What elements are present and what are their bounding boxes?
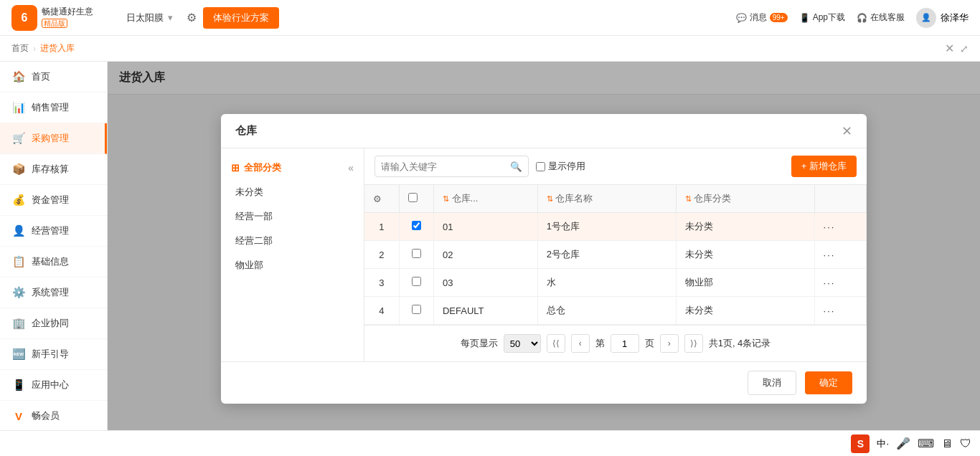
bottom-logo: S — [851, 434, 870, 453]
store-arrow-icon: ▾ — [168, 12, 173, 23]
sub-header: 首页 › 进货入库 ✕ ⤢ — [0, 36, 980, 62]
table-panel: 🔍 显示停用 + 新增仓库 — [364, 148, 867, 361]
grid-icon: ⊞ — [231, 162, 240, 174]
col-category: ⇅ 仓库分类 — [676, 185, 814, 213]
row-actions[interactable]: ··· — [814, 297, 866, 325]
app-download-button[interactable]: 📱 App下载 — [799, 11, 845, 24]
page-number-input[interactable] — [611, 334, 639, 353]
category-item-property[interactable]: 物业部 — [221, 253, 364, 277]
row-checkbox-cell — [399, 269, 433, 297]
col-code: ⇅ 仓库... — [433, 185, 537, 213]
user-menu[interactable]: 👤 徐泽华 — [916, 8, 969, 28]
settings-button[interactable]: ⚙ — [180, 6, 203, 29]
last-page-button[interactable]: ⟩⟩ — [684, 334, 703, 353]
logo-icon: 6 — [11, 5, 37, 31]
row-category: 未分类 — [676, 213, 814, 241]
sidebar-item-purchase[interactable]: 🛒 采购管理 — [0, 123, 107, 154]
sidebar-item-finance[interactable]: 💰 资金管理 — [0, 185, 107, 216]
col-action — [814, 185, 866, 213]
dialog-footer: 取消 确定 — [221, 361, 867, 404]
bottom-bar: S 中· 🎤 ⌨ 🖥 🛡 — [0, 430, 980, 456]
per-page-select[interactable]: 50 20 100 — [504, 334, 541, 353]
sales-icon: 📊 — [11, 101, 26, 114]
keyboard-icon[interactable]: ⌨ — [918, 437, 934, 450]
row-actions[interactable]: ··· — [814, 241, 866, 269]
home-icon: 🏠 — [11, 70, 26, 83]
show-disabled-label: 显示停用 — [536, 160, 585, 173]
vip-icon: V — [11, 410, 26, 422]
sidebar-item-vip[interactable]: V 畅会员 — [0, 401, 107, 432]
row-code: 03 — [433, 269, 537, 297]
table-row[interactable]: 3 03 水 物业部 ··· — [364, 269, 867, 297]
sidebar-item-operations[interactable]: 👤 经营管理 — [0, 216, 107, 247]
modal-overlay: 仓库 ✕ ⊞ 全部分类 « 未分类 — [108, 62, 980, 456]
sidebar-item-enterprise[interactable]: 🏢 企业协同 — [0, 308, 107, 339]
purchase-icon: 🛒 — [11, 132, 26, 145]
collapse-panel-button[interactable]: « — [348, 162, 354, 174]
select-all-checkbox[interactable] — [408, 193, 418, 202]
search-input[interactable] — [375, 161, 504, 172]
sidebar-item-apps[interactable]: 📱 应用中心 — [0, 370, 107, 401]
row-checkbox-cell — [399, 213, 433, 241]
row-checkbox[interactable] — [412, 221, 421, 230]
first-page-button[interactable]: ⟨⟨ — [547, 334, 565, 353]
expand-button[interactable]: ⤢ — [960, 43, 969, 54]
row-code: 02 — [433, 241, 537, 269]
row-checkbox[interactable] — [412, 305, 421, 314]
sidebar-item-inventory[interactable]: 📦 库存核算 — [0, 154, 107, 185]
table-row[interactable]: 1 01 1号仓库 未分类 ··· — [364, 213, 867, 241]
sidebar-item-base-info[interactable]: 📋 基础信息 — [0, 247, 107, 277]
phone-icon: 📱 — [799, 13, 810, 23]
store-selector[interactable]: 日太阳膜 ▾ — [119, 9, 180, 27]
warehouse-dialog: 仓库 ✕ ⊞ 全部分类 « 未分类 — [221, 114, 867, 404]
dialog-close-button[interactable]: ✕ — [842, 125, 852, 138]
operations-icon: 👤 — [11, 224, 26, 237]
logo-text: 畅捷通好生意 精品版 — [42, 6, 93, 29]
base-info-icon: 📋 — [11, 255, 26, 268]
shield-icon[interactable]: 🛡 — [960, 437, 971, 450]
prev-page-button[interactable]: ‹ — [571, 334, 590, 353]
row-num: 1 — [364, 213, 399, 241]
table-row[interactable]: 2 02 2号仓库 未分类 ··· — [364, 241, 867, 269]
breadcrumb-home[interactable]: 首页 — [11, 42, 29, 54]
row-checkbox[interactable] — [412, 277, 421, 286]
row-category: 未分类 — [676, 297, 814, 325]
next-page-button[interactable]: › — [660, 334, 679, 353]
enterprise-icon: 🏢 — [11, 317, 26, 330]
online-service-button[interactable]: 🎧 在线客服 — [857, 11, 905, 24]
sidebar-item-sales[interactable]: 📊 销售管理 — [0, 92, 107, 123]
row-code: DEFAULT — [433, 297, 537, 325]
main-content: 进货入库 仓库 ✕ ⊞ 全部分类 — [108, 62, 980, 456]
category-item-unclassified[interactable]: 未分类 — [221, 180, 364, 204]
tab-close-button[interactable]: ✕ — [945, 42, 954, 55]
table-toolbar: 🔍 显示停用 + 新增仓库 — [364, 148, 867, 185]
guide-icon: 🆕 — [11, 348, 26, 361]
search-button[interactable]: 🔍 — [504, 161, 528, 172]
row-num: 4 — [364, 297, 399, 325]
category-item-ops1[interactable]: 经营一部 — [221, 204, 364, 229]
row-checkbox[interactable] — [412, 249, 421, 258]
sidebar-item-guide[interactable]: 🆕 新手引导 — [0, 339, 107, 370]
sidebar-item-home[interactable]: 🏠 首页 — [0, 62, 107, 92]
confirm-button[interactable]: 确定 — [805, 371, 852, 394]
gear-col-icon[interactable]: ⚙ — [373, 194, 382, 204]
trial-button[interactable]: 体验行业方案 — [203, 7, 279, 29]
row-code: 01 — [433, 213, 537, 241]
category-item-ops2[interactable]: 经营二部 — [221, 229, 364, 253]
monitor-icon[interactable]: 🖥 — [941, 437, 953, 450]
row-name: 总仓 — [537, 297, 676, 325]
input-method-text: 中· — [877, 437, 889, 450]
category-header: ⊞ 全部分类 « — [221, 156, 364, 180]
messages-button[interactable]: 💬 消息 99+ — [736, 11, 788, 24]
row-actions[interactable]: ··· — [814, 213, 866, 241]
table-row[interactable]: 4 DEFAULT 总仓 未分类 ··· — [364, 297, 867, 325]
show-disabled-checkbox[interactable] — [536, 162, 545, 171]
sidebar-item-system[interactable]: ⚙️ 系统管理 — [0, 277, 107, 308]
row-actions[interactable]: ··· — [814, 269, 866, 297]
add-warehouse-button[interactable]: + 新增仓库 — [791, 156, 857, 177]
all-categories-button[interactable]: ⊞ 全部分类 — [231, 161, 281, 174]
row-category: 物业部 — [676, 269, 814, 297]
cancel-button[interactable]: 取消 — [748, 371, 796, 395]
row-name: 水 — [537, 269, 676, 297]
mic-icon[interactable]: 🎤 — [896, 437, 910, 450]
